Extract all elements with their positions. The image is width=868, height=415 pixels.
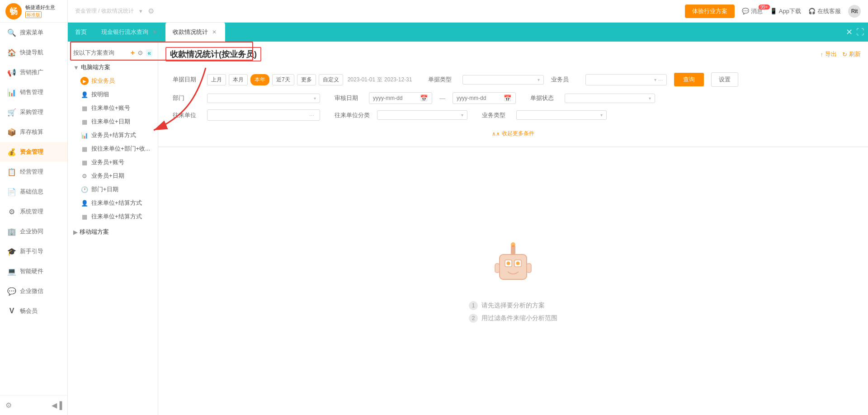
sidebar-item-inventory[interactable]: 📦 库存核算 (0, 122, 67, 142)
biz-type-label: 业务类型 (482, 111, 509, 119)
sidebar-item-marketing[interactable]: 📢 营销推广 (0, 62, 67, 82)
date-btn-more[interactable]: 更多 (297, 74, 316, 85)
customer-more-icon[interactable]: ··· (307, 112, 316, 118)
salesperson-select[interactable]: ▾ ··· (585, 74, 667, 85)
scheme-item-customer-account[interactable]: ▦ 往来单位+账号 (68, 101, 158, 115)
purchase-icon: 🛒 (7, 108, 16, 117)
tab-expand-icon[interactable]: ⛶ (856, 28, 864, 37)
scheme-add-icon[interactable]: + (131, 49, 135, 57)
sidebar-item-member[interactable]: V 畅会员 (0, 301, 67, 321)
logo-text: 畅捷通好生意 标准版 (25, 4, 55, 19)
svg-point-5 (507, 261, 510, 265)
date-btn-7days[interactable]: 近7天 (272, 74, 294, 85)
date-btn-this-year[interactable]: 本年 (250, 74, 269, 85)
scheme-item-customer-date[interactable]: ▦ 往来单位+日期 (68, 115, 158, 128)
tab-bar-end: ✕ ⛶ (846, 27, 868, 37)
tab-collection-stats-close[interactable]: ✕ (211, 28, 218, 36)
audit-start-cal-icon[interactable]: 📅 (420, 94, 428, 102)
biz-type-select[interactable]: ▾ (516, 110, 607, 120)
salesperson-date-icon: ⚙ (80, 172, 89, 180)
online-service-btn[interactable]: 🎧 在线客服 (808, 7, 841, 15)
top-header: 资金管理 / 收款情况统计 ▾ ⚙ 体验行业方案 💬 消息 99+ 📱 App下… (68, 0, 868, 23)
empty-area: 1 请先选择要分析的方案 2 用过滤条件来缩小分析范围 (158, 147, 868, 415)
scheme-item-salesperson-account[interactable]: ▦ 业务员+账号 (68, 156, 158, 169)
sidebar-item-basicinfo[interactable]: 📄 基础信息 (0, 182, 67, 202)
scheme-group-pc-header[interactable]: ▼ 电脑端方案 (68, 61, 158, 74)
empty-svg (486, 236, 540, 291)
customer-select[interactable]: ··· (207, 109, 320, 121)
scheme-item-salesperson-date[interactable]: ⚙ 业务员+日期 (68, 169, 158, 183)
collapse-icon: ∧∧ (492, 131, 500, 137)
scheme-header: 按以下方案查询 + ⚙ « (68, 47, 158, 61)
marketing-icon: 📢 (7, 68, 16, 77)
app-download-btn[interactable]: 📱 App下载 (770, 7, 801, 15)
audit-end-input[interactable]: 📅 (453, 92, 516, 104)
sidebar-item-purchase[interactable]: 🛒 采购管理 (0, 102, 67, 122)
inventory-icon: 📦 (7, 127, 16, 137)
date-btn-last-month[interactable]: 上月 (207, 74, 226, 85)
scheme-item-customer-dept[interactable]: ▦ 按往来单位+部门+收... (68, 142, 158, 156)
sidebar-collapse-icon[interactable]: ◀▐ (52, 401, 62, 410)
user-avatar[interactable]: Rit (848, 5, 861, 18)
tab-bank-flow-close[interactable]: ✕ (151, 28, 158, 36)
status-select[interactable]: ▾ (565, 94, 655, 103)
main-area: 资金管理 / 收款情况统计 ▾ ⚙ 体验行业方案 💬 消息 99+ 📱 App下… (68, 0, 868, 415)
sidebar-item-wechat[interactable]: 💬 企业微信 (0, 281, 67, 301)
export-btn[interactable]: ↑ 导出 (821, 50, 837, 58)
audit-date-label: 审核日期 (335, 94, 362, 102)
query-btn[interactable]: 查询 (674, 73, 704, 86)
scheme-item-by-detail[interactable]: 👤 按明细 (68, 88, 158, 101)
scheme-item-by-salesperson[interactable]: ▶ 按业务员 (68, 74, 158, 88)
scheme-settings-icon[interactable]: ⚙ (137, 49, 143, 57)
filter-area: 单据日期 上月 本月 本年 近7天 更多 自定义 2023-01-01 至 (165, 67, 861, 146)
sidebar-item-hardware[interactable]: 💻 智能硬件 (0, 261, 67, 281)
sidebar-item-search[interactable]: 🔍 搜索菜单 (0, 23, 67, 42)
page-title: 收款情况统计(按业务员) (165, 47, 261, 61)
pc-group-arrow: ▼ (73, 64, 79, 71)
sidebar-item-finance[interactable]: 💰 资金管理 (0, 142, 67, 162)
message-icon: 💬 (742, 8, 749, 14)
tip-2-num: 2 (469, 314, 478, 323)
salesperson-more-icon[interactable]: ··· (658, 76, 663, 83)
scheme-collapse-icon[interactable]: « (146, 49, 152, 57)
tab-close-all-icon[interactable]: ✕ (846, 27, 853, 37)
tab-home[interactable]: 首页 (68, 28, 94, 36)
salesperson-icon: ▶ (80, 77, 89, 85)
messages-btn[interactable]: 💬 消息 99+ (742, 7, 763, 15)
trial-btn[interactable]: 体验行业方案 (685, 5, 735, 18)
tab-collection-stats[interactable]: 收款情况统计 ✕ (165, 23, 225, 42)
search-menu-icon: 🔍 (7, 28, 16, 37)
header-dropdown-icon[interactable]: ▾ (139, 8, 142, 14)
audit-start-input[interactable]: 📅 (369, 92, 432, 104)
sidebar-settings-icon[interactable]: ⚙ (5, 401, 12, 410)
scheme-actions: + ⚙ « (131, 49, 152, 57)
sidebar-logo: 畅 畅捷通好生意 标准版 (0, 0, 67, 23)
category-select[interactable]: ▾ (462, 75, 544, 85)
sidebar-footer: ⚙ ◀▐ (0, 395, 67, 415)
collapse-filter-btn[interactable]: ∧∧ 收起更多条件 (173, 126, 854, 141)
settings-btn[interactable]: 设置 (711, 72, 738, 87)
refresh-btn[interactable]: ↻ 刷新 (842, 50, 861, 58)
sidebar-item-enterprise[interactable]: 🏢 企业协同 (0, 222, 67, 241)
sidebar-item-system[interactable]: ⚙ 系统管理 (0, 202, 67, 222)
sidebar-item-operation[interactable]: 📋 经营管理 (0, 162, 67, 182)
empty-illustration (486, 236, 540, 292)
sidebar-item-quicknav[interactable]: 🏠 快捷导航 (0, 42, 67, 62)
header-settings-icon[interactable]: ⚙ (148, 7, 154, 15)
sidebar-item-sales[interactable]: 📊 销售管理 (0, 82, 67, 102)
salesperson-account-icon: ▦ (80, 158, 89, 166)
scheme-item-customer-settlement1[interactable]: 👤 往来单位+结算方式 (68, 196, 158, 210)
scheme-item-dept-date[interactable]: 🕐 部门+日期 (68, 183, 158, 196)
svg-text:▶: ▶ (83, 79, 86, 84)
cs1-icon: 👤 (80, 199, 89, 207)
date-btn-custom[interactable]: 自定义 (319, 74, 343, 85)
date-btn-this-month[interactable]: 本月 (229, 74, 248, 85)
tab-bank-flow[interactable]: 现金银行流水查询 ✕ (94, 23, 165, 42)
scheme-item-customer-settlement2[interactable]: ▦ 往来单位+结算方式 (68, 210, 158, 223)
audit-end-cal-icon[interactable]: 📅 (504, 94, 511, 102)
scheme-group-mobile-header[interactable]: ▶ 移动端方案 (68, 225, 158, 239)
sidebar-item-guide[interactable]: 🎓 新手引导 (0, 241, 67, 261)
dept-select[interactable]: ▾ (207, 94, 320, 103)
scheme-item-salesperson-settlement[interactable]: 📊 业务员+结算方式 (68, 128, 158, 142)
customer-classify-select[interactable]: ▾ (377, 110, 467, 120)
